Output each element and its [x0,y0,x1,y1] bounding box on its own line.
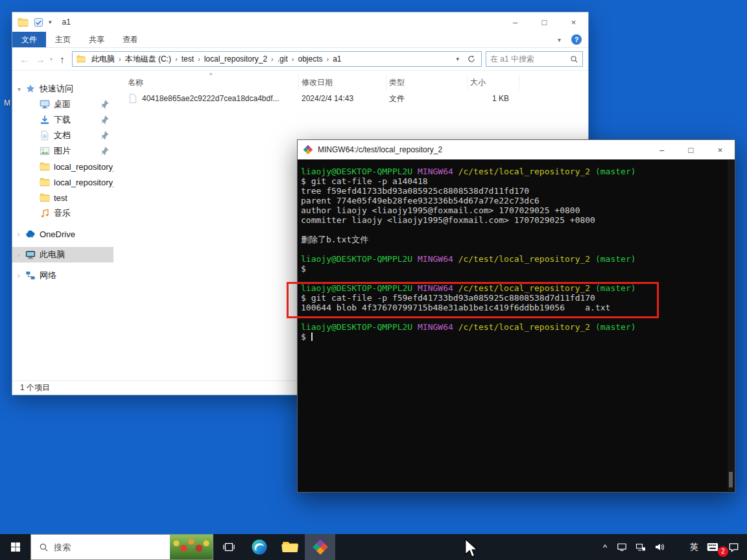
tray-expand-icon[interactable]: ^ [603,542,607,552]
sidebar-item-label: 此电脑 [40,249,65,261]
terminal-line [301,244,724,254]
sidebar-item-network[interactable]: ›网络 [12,268,113,283]
pin-icon [99,99,110,110]
document-icon [40,130,50,141]
recent-locations-icon[interactable]: ▾ [50,56,53,62]
search-icon [570,55,578,64]
sidebar-item-pictures[interactable]: 图片 [12,143,113,159]
git-bash-button[interactable] [305,534,335,560]
sidebar-item-label: local_repository_2 [54,178,113,187]
scrollbar-thumb[interactable] [729,472,733,487]
breadcrumb-item[interactable]: 此电脑 [89,54,117,65]
terminal-title: MINGW64:/c/test/local_repository_2 [318,145,442,154]
window-title: a1 [62,18,71,27]
close-button[interactable]: × [559,13,588,32]
forward-button[interactable]: → [34,54,46,65]
explorer-app-icon [18,17,29,28]
annotation-highlight-box [287,282,659,318]
back-button[interactable]: ← [19,54,30,65]
ribbon-expand-icon[interactable]: ▾ [558,36,561,43]
search-highlight-image[interactable] [170,535,213,559]
maximize-button[interactable]: □ [530,13,559,32]
breadcrumb-separator-icon: › [270,55,275,63]
start-button[interactable] [0,534,30,560]
music-icon [40,208,50,218]
chevron-closed-icon[interactable]: › [18,231,25,238]
desktop-icon-label: M [4,99,10,108]
sidebar-item-music[interactable]: 音乐 [12,205,113,221]
breadcrumb-item[interactable]: test [179,54,196,64]
task-view-button[interactable] [213,534,244,560]
breadcrumb-item[interactable]: local_repository_2 [202,54,270,64]
file-row[interactable]: 40418e865ae2c9222d7cea18dca4bdf...2024/2… [113,90,588,107]
terminal-line: $ [301,264,724,274]
maximize-button[interactable]: □ [676,141,706,159]
column-header-2[interactable]: 类型 [386,75,468,90]
refresh-icon[interactable] [467,54,476,64]
qat-properties-icon[interactable] [34,18,43,27]
volume-icon[interactable] [654,542,665,552]
sidebar-item-onedrive[interactable]: ›OneDrive [12,226,113,242]
breadcrumb-item[interactable]: objects [295,54,325,64]
sidebar-item-downloads[interactable]: 下载 [12,112,113,128]
explorer-search[interactable] [486,51,583,67]
navigation-bar: ← → ▾ ↑ 此电脑›本地磁盘 (C:)›test›local_reposit… [12,48,588,71]
ime-keyboard-icon[interactable] [707,542,718,552]
chevron-closed-icon[interactable]: › [18,272,25,279]
explorer-search-input[interactable] [490,54,570,64]
terminal-titlebar: MINGW64:/c/test/local_repository_2 – □ × [298,140,735,159]
qat-customize-icon[interactable]: ▾ [49,19,52,25]
address-folder-icon [77,54,86,64]
window-controls: – □ × [647,141,735,159]
sidebar-item-quick-access[interactable]: ▾快速访问 [12,81,113,97]
sort-ascending-icon[interactable]: ^ [209,72,212,78]
edge-button[interactable] [244,534,274,560]
action-center-icon[interactable]: 2 [728,542,739,553]
breadcrumb-item[interactable]: a1 [330,54,344,64]
sidebar-item-local-repository-2[interactable]: local_repository_2 [12,174,113,190]
breadcrumb-item[interactable]: 本地磁盘 (C:) [123,54,174,65]
sidebar-item-this-pc[interactable]: ›此电脑 [12,247,113,262]
terminal-line: $ [301,332,724,342]
tray-device-icon[interactable] [617,542,627,552]
up-button[interactable]: ↑ [56,54,68,65]
picture-icon [40,146,50,156]
folder-icon [40,177,50,187]
terminal-line: tree f59efd41733bd93a085925c8808538d7d11… [301,186,724,196]
sidebar-item-label: local_repository_1 [54,162,113,172]
close-button[interactable]: × [706,141,735,159]
language-indicator[interactable]: 英 [690,541,698,553]
address-dropdown-icon[interactable]: ▾ [451,56,464,62]
breadcrumb-separator-icon: › [196,55,202,63]
ribbon-tab-share[interactable]: 共享 [80,32,113,47]
minimize-button[interactable]: – [647,141,676,159]
minimize-button[interactable]: – [501,13,530,32]
network-status-icon[interactable] [635,542,646,552]
ribbon-tab-view[interactable]: 查看 [113,32,147,47]
sidebar-item-label: OneDrive [40,229,75,239]
terminal-output[interactable]: liaojy@DESKTOP-QMPPL2U MINGW64 /c/test/l… [298,159,735,492]
computer-icon [25,250,36,260]
sidebar-item-local-repository-1[interactable]: local_repository_1 [12,159,113,174]
taskbar-search-input[interactable] [54,542,170,552]
terminal-scrollbar[interactable] [728,160,734,491]
taskbar-search[interactable] [30,534,213,560]
sidebar-item-documents[interactable]: 文档 [12,128,113,143]
chevron-open-icon[interactable]: ▾ [18,86,25,93]
ribbon-tab-home[interactable]: 主页 [46,32,80,47]
sidebar-item-test[interactable]: test [12,190,113,205]
ribbon-tab-bar: 文件主页共享查看 ▾ ? [12,32,588,48]
sidebar-item-desktop[interactable]: 桌面 [12,97,113,112]
ribbon-tab-file[interactable]: 文件 [12,32,46,47]
column-header-3[interactable]: 大小 [468,75,519,90]
star-icon [25,84,36,94]
chevron-closed-icon[interactable]: › [18,251,25,259]
address-bar[interactable]: 此电脑›本地磁盘 (C:)›test›local_repository_2›.g… [72,51,482,67]
item-count: 1 个项目 [20,382,50,393]
download-icon [40,115,50,125]
breadcrumb-item[interactable]: .git [275,54,290,64]
column-header-1[interactable]: 修改日期 [299,75,386,90]
help-button[interactable]: ? [571,34,582,45]
file-explorer-button[interactable] [274,534,305,560]
terminal-line: 删除了b.txt文件 [301,235,724,244]
